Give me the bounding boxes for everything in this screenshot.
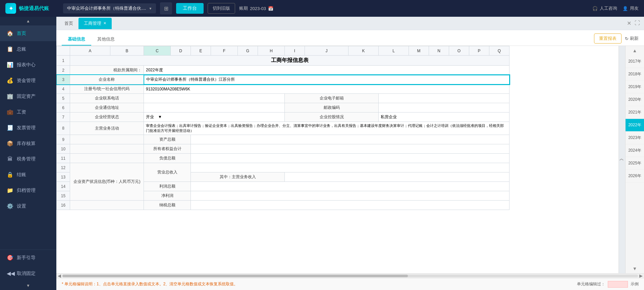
sub-tab-other[interactable]: 其他信息 [91,33,121,46]
postal-value-cell[interactable] [379,103,509,113]
sidebar-item-archive[interactable]: 📁 归档管理 [0,183,56,198]
col-H[interactable]: H [258,46,285,56]
col-O[interactable]: O [449,46,469,56]
year-2025[interactable]: 2025年 [626,157,644,170]
year-2021[interactable]: 2021年 [626,106,644,119]
dropdown-arrow-icon: ▼ [149,7,152,10]
sidebar-item-home[interactable]: 🏠 首页 [0,25,56,41]
revenue-value-cell[interactable] [191,163,509,172]
col-B[interactable]: B [110,46,144,56]
year-scroll-up[interactable]: ▲ [626,46,644,55]
equity-value-cell[interactable] [191,144,509,154]
user-info[interactable]: 👤 用友 [623,5,639,11]
col-L[interactable]: L [379,46,409,56]
row-num-13: 13 [57,172,70,182]
row-num-16: 16 [57,201,70,210]
company-selector[interactable]: 中审众环会计师事务所（特殊普通合伙.... ▼ [63,3,156,13]
sidebar-item-unpin[interactable]: ◀◀ 取消固定 [0,266,56,281]
bizact-label-cell: 主营业务活动 [70,122,144,135]
sidebar-item-ledger[interactable]: 📋 总账 [0,41,56,57]
year-2022[interactable]: 2022年 [626,119,644,132]
sidebar-item-finance[interactable]: 💰 资金管理 [0,73,56,88]
bizact-value-cell[interactable]: 审查企业会计报表；出具审计报告；验证企业资本；出具验资报告；办理企业合并、分立、… [144,122,509,135]
old-version-button[interactable]: 切到旧版 [208,3,235,14]
status-label-cell: 企业经营状态 [70,113,144,122]
sidebar-scroll-down[interactable]: ▼ [0,281,56,290]
row-num-12: 12 [57,163,70,172]
company-name-value-cell[interactable]: 中审众环会计师事务所（特殊普通合伙）江苏分所 [144,75,509,84]
calendar-icon[interactable]: 📅 [268,6,273,11]
phone-value-cell[interactable] [144,94,285,103]
col-N[interactable]: N [429,46,449,56]
sidebar-item-inventory[interactable]: 📦 库存核算 [0,136,56,151]
sidebar-item-payroll[interactable]: 💼 工资 [0,104,56,120]
col-K[interactable]: K [348,46,379,56]
col-G[interactable]: G [238,46,258,56]
row-num-14: 14 [57,182,70,191]
expand-window-icon[interactable]: ⛶ [635,20,640,26]
col-E[interactable]: E [191,46,211,56]
asset-label-cell: 资产总额 [144,135,191,144]
collapse-panel-button[interactable]: ❮ [619,46,625,273]
workbench-button[interactable]: 工作台 [176,3,204,14]
copy-icon[interactable]: ⊞ [160,2,172,14]
profit-value-cell[interactable] [191,182,509,191]
refresh-button[interactable]: ↻ 刷新 [625,35,639,42]
regnum-value-cell[interactable]: 91320100MA208E5W6K [144,84,509,94]
col-J[interactable]: J [305,46,348,56]
sidebar-scroll-up[interactable]: ▲ [0,17,56,25]
title-cell[interactable]: 工商年报信息表 [70,56,509,66]
main-revenue-value-cell[interactable] [285,172,509,182]
user-service[interactable]: 🎧 人工咨询 [592,5,617,11]
col-Q[interactable]: Q [489,46,509,56]
year-2026[interactable]: 2026年 [626,170,644,183]
tab-home[interactable]: 首页 [59,18,78,29]
year-2019[interactable]: 2019年 [626,81,644,93]
sidebar-item-invoice[interactable]: 🧾 发票管理 [0,120,56,136]
email-value-cell[interactable] [379,94,509,103]
col-M[interactable]: M [409,46,429,56]
scroll-right-icon[interactable]: ▶ [639,273,643,278]
year-scroll-down[interactable]: ▼ [626,264,644,273]
col-F[interactable]: F [211,46,238,56]
spreadsheet-table: A B C D E F G H I J K L [56,46,510,210]
scroll-left-icon[interactable]: ◀ [58,273,61,278]
address-value-cell[interactable] [144,103,285,113]
horizontal-scrollbar[interactable]: ◀ ▶ [56,273,644,278]
col-A[interactable]: A [70,46,110,56]
col-C[interactable]: C [144,46,171,56]
sub-tab-basic[interactable]: 基础信息 [62,33,91,46]
profit-label-cell: 利润总额 [144,182,191,191]
tab-business[interactable]: 工商管理 ✕ [78,18,112,29]
year-2023[interactable]: 2023年 [626,132,644,144]
sidebar-item-newuser[interactable]: 🎯 新手引导 [0,250,56,266]
period-value-cell[interactable]: 2022年度 [144,66,509,75]
close-window-icon[interactable]: ✕ [627,20,631,26]
col-P[interactable]: P [469,46,489,56]
net-profit-value-cell[interactable] [191,191,509,201]
reset-button[interactable]: 重置报表 [594,33,622,44]
col-I[interactable]: I [285,46,305,56]
debt-value-cell[interactable] [191,154,509,163]
sidebar-item-closing[interactable]: 🔒 结账 [0,167,56,183]
col-D[interactable]: D [171,46,191,56]
table-row: 6 企业通信地址 邮政编码 [57,103,509,113]
holding-value-cell[interactable]: 私营企业 [379,113,509,122]
year-2017[interactable]: 2017年 [626,55,644,68]
sidebar-item-assets[interactable]: 🏢 固定资产 [0,88,56,104]
tax-total-value-cell[interactable] [191,201,509,210]
year-2020[interactable]: 2020年 [626,93,644,106]
sidebar-item-settings[interactable]: ⚙️ 设置 [0,198,56,214]
year-2018[interactable]: 2018年 [626,68,644,81]
asset-value-cell[interactable] [191,135,509,144]
sidebar-item-tax[interactable]: 🏛 税务管理 [0,151,56,167]
asset-parent-cell [70,135,144,144]
table-row: 5 企业联系电话 企业电子邮箱 [57,94,509,103]
tab-close-icon[interactable]: ✕ [103,21,106,25]
logo-icon: ✦ [5,3,16,14]
sidebar-item-reports[interactable]: 📊 报表中心 [0,57,56,73]
year-2024[interactable]: 2024年 [626,144,644,157]
spreadsheet-container[interactable]: A B C D E F G H I J K L [56,46,619,273]
status-dropdown-cell[interactable]: 开业 ▼ [144,113,285,122]
sidebar-label-invoice: 发票管理 [17,125,36,131]
